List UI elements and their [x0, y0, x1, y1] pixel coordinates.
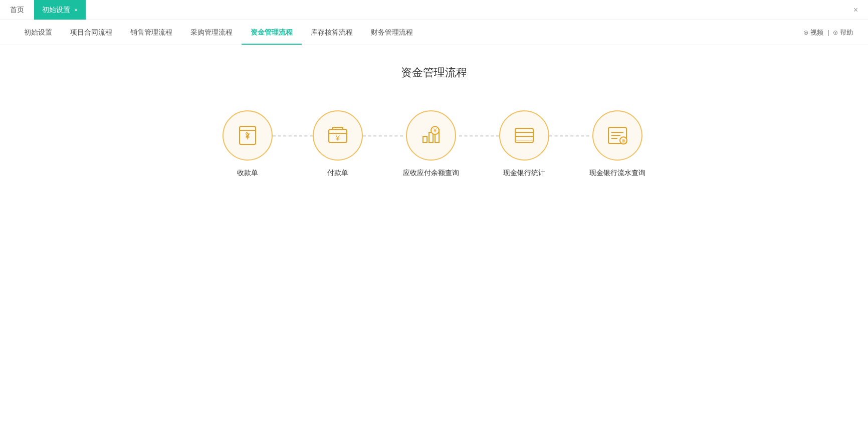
- top-bar: 首页 初始设置 × ×: [0, 0, 868, 20]
- flow-item-fukuan[interactable]: ¥ 付款单: [313, 110, 363, 178]
- connector-4: [549, 135, 589, 136]
- nav-item-chushishezhi[interactable]: 初始设置: [15, 20, 61, 45]
- active-tab-label: 初始设置: [42, 6, 70, 15]
- flow-item-yingshou[interactable]: ¥ 应收应付余额查询: [403, 110, 459, 178]
- nav-item-zijin[interactable]: 资金管理流程: [242, 20, 302, 45]
- shoukuan-icon-circle: ¥: [223, 110, 273, 161]
- shoukuan-icon: ¥: [235, 122, 261, 149]
- top-bar-right: ×: [853, 6, 868, 15]
- flow-item-xianjin[interactable]: 现金银行统计: [499, 110, 549, 178]
- nav-item-xiangmu[interactable]: 项目合同流程: [61, 20, 121, 45]
- yingshou-icon: ¥: [418, 122, 444, 149]
- page-title: 资金管理流程: [401, 65, 467, 80]
- video-link[interactable]: ⊙ 视频: [803, 28, 823, 37]
- close-window-button[interactable]: ×: [853, 6, 858, 15]
- help-separator: |: [827, 29, 829, 36]
- svg-text:⊕: ⊕: [621, 138, 625, 143]
- yingshou-icon-circle: ¥: [406, 110, 456, 161]
- nav-item-caiwu[interactable]: 财务管理流程: [362, 20, 422, 45]
- fukuan-label: 付款单: [327, 169, 348, 178]
- home-tab[interactable]: 首页: [0, 0, 34, 20]
- liushui-label: 现金银行流水查询: [589, 169, 645, 178]
- svg-rect-4: [423, 136, 427, 142]
- fukuan-icon-circle: ¥: [313, 110, 363, 161]
- xianjin-icon: [511, 122, 537, 149]
- flow-item-liushui[interactable]: ⊕ 现金银行流水查询: [589, 110, 645, 178]
- nav-item-xiaoshou[interactable]: 销售管理流程: [121, 20, 181, 45]
- main-content: 资金管理流程 ¥ 收款单 ¥: [0, 45, 868, 198]
- liushui-icon: ⊕: [604, 122, 630, 149]
- active-tab[interactable]: 初始设置 ×: [34, 0, 86, 20]
- close-tab-button[interactable]: ×: [74, 7, 78, 14]
- nav-bar: 初始设置 项目合同流程 销售管理流程 采购管理流程 资金管理流程 库存核算流程 …: [0, 20, 868, 45]
- fukuan-icon: ¥: [325, 122, 351, 149]
- connector-2: [363, 135, 403, 136]
- connector-1: [273, 135, 313, 136]
- shoukuan-label: 收款单: [237, 169, 258, 178]
- xianjin-label: 现金银行统计: [503, 169, 545, 178]
- xianjin-icon-circle: [499, 110, 549, 161]
- nav-item-kucun[interactable]: 库存核算流程: [302, 20, 362, 45]
- svg-text:¥: ¥: [433, 127, 437, 133]
- flow-item-shoukuan[interactable]: ¥ 收款单: [223, 110, 273, 178]
- svg-text:¥: ¥: [335, 134, 340, 142]
- yingshou-label: 应收应付余额查询: [403, 169, 459, 178]
- nav-right: ⊙ 视频 | ⊙ 帮助: [803, 28, 853, 37]
- nav-item-caigou[interactable]: 采购管理流程: [181, 20, 242, 45]
- connector-3: [459, 135, 499, 136]
- liushui-icon-circle: ⊕: [592, 110, 642, 161]
- help-link[interactable]: ⊙ 帮助: [833, 28, 853, 37]
- flow-row: ¥ 收款单 ¥ 付款单: [223, 110, 645, 178]
